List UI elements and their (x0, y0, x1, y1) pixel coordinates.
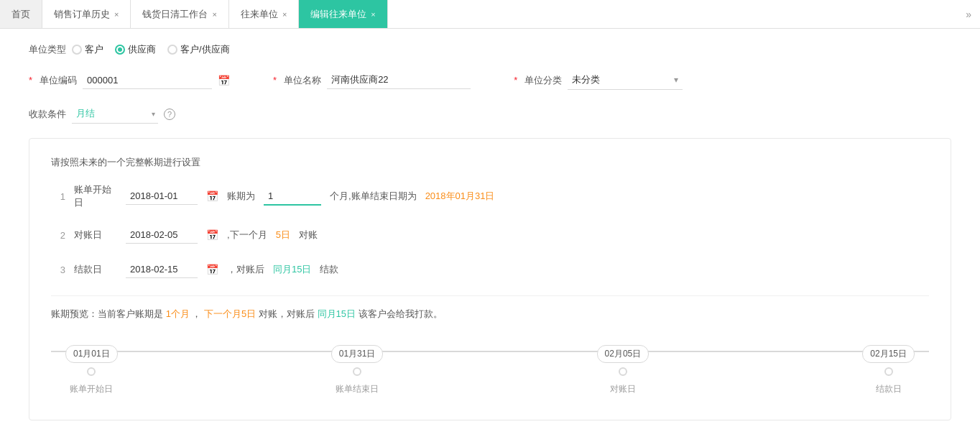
tab-home[interactable]: 首页 (0, 0, 42, 28)
reconcile-date-input[interactable] (126, 226, 198, 244)
payment-date-input[interactable] (126, 261, 198, 278)
settings-row-1: 1 账单开始日 📅 账期为 个月,账单结束日期为 2018年01月31日 (51, 183, 929, 209)
tab-label-partner-units: 往来单位 (241, 8, 278, 21)
unit-code-required: * (29, 75, 32, 86)
settings-card: 请按照未来的一个完整帐期进行设置 1 账单开始日 📅 账期为 个月,账单结束日期… (29, 138, 951, 420)
preview-part2: 下一个月5日 (204, 308, 256, 319)
unit-name-input[interactable] (327, 72, 471, 89)
reconcile-calendar-icon[interactable]: 📅 (206, 229, 218, 241)
unit-type-label: 单位类型 (29, 43, 66, 56)
unit-category-field: * 单位分类 未分类 ▾ (514, 70, 683, 90)
tab-close-edit-partner[interactable]: × (371, 10, 375, 19)
expand-button[interactable]: » (957, 0, 980, 28)
settings-row-2: 2 对账日 📅 ,下一个月 5日 对账 (51, 226, 929, 244)
payment-terms-select[interactable]: 月结 ▾ (72, 104, 158, 124)
payment-suffix: 结款 (320, 263, 338, 276)
radio-item-0[interactable]: 客户 (72, 43, 103, 56)
tab-label-cash-work: 钱货日清工作台 (142, 8, 208, 21)
payment-terms-chevron-icon: ▾ (152, 110, 155, 118)
unit-name-field: * 单位名称 (273, 72, 471, 89)
period-unit-text: 个月,账单结束日期为 (330, 190, 417, 203)
tab-cash-work[interactable]: 钱货日清工作台× (131, 0, 228, 28)
row-label-start: 账单开始日 (74, 183, 117, 209)
tab-edit-partner[interactable]: 编辑往来单位× (299, 0, 387, 28)
unit-category-required: * (514, 75, 517, 86)
period-label: 账期为 (227, 190, 255, 203)
unit-category-select[interactable]: 未分类 ▾ (568, 70, 683, 90)
tab-close-cash-work[interactable]: × (212, 10, 216, 19)
tab-sales-history[interactable]: 销售订单历史× (42, 0, 131, 28)
timeline-label-0: 账单开始日 (70, 383, 113, 395)
unit-name-required: * (273, 75, 277, 86)
timeline: 01月01日账单开始日01月31日账单结束日02月05日对账日02月15日结款日 (51, 338, 929, 402)
payment-calendar-icon[interactable]: 📅 (206, 264, 218, 275)
unit-name-label: 单位名称 (284, 74, 321, 87)
period-value-input[interactable] (264, 188, 321, 206)
timeline-badge-3: 02月15日 (862, 345, 915, 363)
radio-circle-0 (72, 45, 82, 55)
timeline-dot-3 (884, 367, 893, 376)
radio-label-1: 供应商 (128, 43, 156, 56)
unit-type-row: 单位类型 客户供应商客户/供应商 (29, 43, 951, 56)
payment-terms-field: 收款条件 月结 ▾ ? (29, 104, 175, 124)
timeline-dot-1 (353, 367, 361, 376)
timeline-point-1: 01月31日账单结束日 (331, 345, 384, 395)
timeline-label-2: 对账日 (610, 383, 636, 395)
timeline-label-3: 结款日 (876, 383, 902, 395)
radio-item-2[interactable]: 客户/供应商 (167, 43, 230, 56)
unit-code-label: 单位编码 (40, 74, 77, 87)
tab-close-partner-units[interactable]: × (282, 10, 287, 19)
card-instruction: 请按照未来的一个完整帐期进行设置 (51, 156, 929, 169)
radio-label-0: 客户 (85, 43, 103, 56)
preview-part1: 1个月 (166, 308, 190, 319)
payment-terms-label: 收款条件 (29, 108, 66, 121)
row-num-1: 1 (51, 191, 65, 202)
preview-part3: 同月15日 (318, 308, 356, 319)
code-name-row: * 单位编码 📅 * 单位名称 * 单位分类 未分类 ▾ (29, 70, 951, 90)
tab-partner-units[interactable]: 往来单位× (229, 0, 299, 28)
row-num-2: 2 (51, 230, 65, 241)
unit-category-label: 单位分类 (524, 74, 562, 87)
preview-section: 账期预览：当前客户账期是 1个月 ， 下一个月5日 对账，对账后 同月15日 该… (51, 295, 929, 402)
start-date-calendar-icon[interactable]: 📅 (206, 190, 218, 202)
tab-label-edit-partner: 编辑往来单位 (310, 8, 366, 21)
radio-label-2: 客户/供应商 (180, 43, 230, 56)
row-num-3: 3 (51, 264, 65, 275)
preview-suffix: 该客户会给我打款。 (359, 308, 443, 319)
preview-sep2: 对账，对账后 (259, 308, 315, 319)
reconcile-prefix: ,下一个月 (227, 229, 267, 242)
radio-item-1[interactable]: 供应商 (115, 43, 156, 56)
timeline-label-1: 账单结束日 (336, 383, 379, 395)
payment-prefix: ，对账后 (227, 263, 264, 276)
radio-circle-2 (167, 45, 177, 55)
payment-terms-value: 月结 (76, 107, 149, 120)
settings-row-3: 3 结款日 📅 ，对账后 同月15日 结款 (51, 261, 929, 278)
preview-text: 账期预览：当前客户账期是 1个月 ， 下一个月5日 对账，对账后 同月15日 该… (51, 308, 929, 321)
unit-code-field: * 单位编码 📅 (29, 72, 230, 89)
payment-highlight: 同月15日 (273, 263, 311, 276)
tab-label-sales-history: 销售订单历史 (54, 8, 110, 21)
period-end-date: 2018年01月31日 (425, 190, 495, 203)
unit-category-value: 未分类 (572, 73, 600, 86)
timeline-badge-2: 02月05日 (597, 345, 650, 363)
category-chevron-icon: ▾ (674, 75, 678, 85)
timeline-badge-1: 01月31日 (331, 345, 384, 363)
start-date-input[interactable] (126, 188, 198, 205)
radio-circle-1 (115, 45, 125, 55)
preview-label: 账期预览：当前客户账期是 (51, 308, 163, 319)
timeline-point-2: 02月05日对账日 (597, 345, 650, 395)
reconcile-suffix: 对账 (299, 229, 318, 242)
main-content: 单位类型 客户供应商客户/供应商 * 单位编码 📅 * 单位名称 * 单位分类 … (0, 29, 980, 437)
unit-code-input[interactable] (83, 72, 212, 89)
payment-terms-row: 收款条件 月结 ▾ ? (29, 104, 951, 124)
reconcile-highlight: 5日 (276, 229, 290, 242)
tab-label-home: 首页 (11, 8, 30, 21)
payment-terms-help-icon[interactable]: ? (164, 109, 175, 120)
timeline-dot-0 (87, 367, 96, 376)
unit-code-calendar-icon[interactable]: 📅 (218, 75, 230, 86)
timeline-point-3: 02月15日结款日 (862, 345, 915, 395)
row-label-payment: 结款日 (74, 263, 117, 276)
tab-bar: 首页销售订单历史×钱货日清工作台×往来单位×编辑往来单位× » (0, 0, 980, 29)
tab-close-sales-history[interactable]: × (114, 10, 119, 19)
unit-type-field: 单位类型 客户供应商客户/供应商 (29, 43, 230, 56)
